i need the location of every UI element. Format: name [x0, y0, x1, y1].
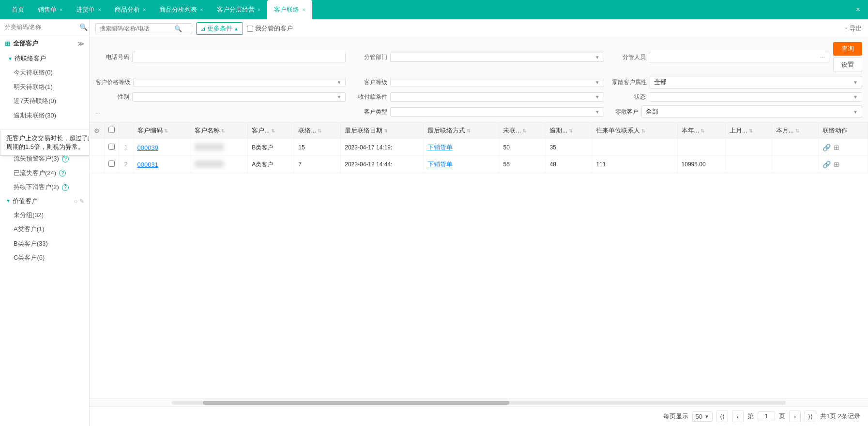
th-this-month[interactable]: 本月... ⇅ — [772, 122, 818, 139]
customer-level-select[interactable]: ▼ — [390, 78, 604, 87]
th-last-contact-date[interactable]: 最后联络日期 ⇅ — [341, 122, 423, 139]
nav-purchase-order[interactable]: 进货单 × — [69, 0, 107, 19]
select-all-checkbox[interactable] — [108, 127, 115, 133]
th-customer-name[interactable]: 客户名称 ⇅ — [190, 122, 247, 139]
nav-product-analysis[interactable]: 商品分析 × — [108, 0, 152, 19]
last-page-button[interactable]: ⟩⟩ — [805, 411, 816, 422]
sidebar-item-churned[interactable]: 已流失客户(24) ? — [0, 166, 89, 180]
row1-actions: 🔗 ⊞ — [818, 139, 868, 156]
prev-page-button[interactable]: ‹ — [732, 411, 744, 422]
status-select[interactable]: ▼ — [649, 92, 862, 102]
export-button[interactable]: ↑ 导出 — [845, 24, 863, 33]
sidebar-search-input[interactable] — [5, 24, 77, 30]
chevron-down-icon-7: ▼ — [853, 94, 858, 100]
row2-link-icon[interactable]: 🔗 — [822, 161, 831, 168]
chevron-down-icon-8: ▼ — [595, 109, 600, 115]
page-number-input[interactable] — [758, 411, 775, 421]
nav-product-analysis-list[interactable]: 商品分析列表 × — [152, 0, 210, 19]
sidebar-item-overdue-contact[interactable]: 逾期未联络(30) — [0, 108, 89, 123]
table-settings-icon[interactable]: ⚙ — [94, 127, 100, 134]
th-un-contacted[interactable]: 未联... ⇅ — [499, 122, 546, 139]
sidebar-group-pending-contact[interactable]: ▼ 待联络客户 — [0, 52, 89, 65]
sort-icon-method: ⇅ — [467, 128, 471, 133]
th-contacts[interactable]: 往来单位联系人 ⇅ — [592, 122, 677, 139]
my-customer-checkbox[interactable] — [247, 26, 253, 32]
retail-customer-select[interactable]: 全部 ▼ — [641, 105, 862, 118]
info-icon-churned[interactable]: ? — [59, 170, 66, 176]
retail-attr-label: 零散客户属性 — [612, 78, 647, 87]
more-conditions-button[interactable]: ⊿ 更多条件 ▲ — [196, 22, 243, 35]
sidebar-item-b-class[interactable]: B类客户(33) — [0, 236, 89, 251]
price-level-select[interactable]: ▼ — [133, 78, 346, 87]
nav-close-product-analysis-list[interactable]: × — [200, 0, 203, 19]
nav-home[interactable]: 首页 — [5, 0, 31, 19]
sidebar-item-tomorrow-contact[interactable]: 明天待联络(1) — [0, 80, 89, 94]
branch-dept-select[interactable]: ▼ — [390, 53, 604, 62]
th-last-contact-method[interactable]: 最后联络方式 ⇅ — [423, 122, 499, 139]
phone-input[interactable] — [132, 52, 346, 62]
gender-label: 性别 — [95, 93, 129, 101]
circle-icon[interactable]: ○ — [74, 198, 77, 205]
payment-select[interactable]: ▼ — [390, 92, 604, 102]
row2-contact-count: 7 — [294, 156, 341, 173]
all-customers-header[interactable]: ⊞ 全部客户 ≫ — [0, 35, 89, 52]
nav-close-sales-order[interactable]: × — [60, 0, 62, 19]
info-icon-declining[interactable]: ? — [62, 184, 69, 191]
row2-contacts: 111 — [592, 156, 677, 173]
th-customer-type[interactable]: 客户... ⇅ — [248, 122, 294, 139]
sidebar-item-ungrouped[interactable]: 未分组(32) — [0, 208, 89, 222]
ellipsis-icon[interactable]: ··· — [820, 54, 825, 60]
settings-button[interactable]: 设置 — [833, 58, 862, 72]
row1-code[interactable]: 000039 — [133, 139, 190, 156]
th-customer-code[interactable]: 客户编码 ⇅ — [133, 122, 190, 139]
first-page-button[interactable]: ⟨⟨ — [716, 411, 728, 422]
sidebar-value-group[interactable]: ▼ 价值客户 ○ ✎ — [0, 194, 89, 208]
th-this-year[interactable]: 本年... ⇅ — [677, 122, 725, 139]
search-input[interactable] — [100, 25, 172, 32]
page-size-select[interactable]: 50 ▼ — [692, 411, 713, 422]
row2-checkbox[interactable] — [108, 161, 115, 167]
customer-type-label: 客户类型 — [353, 108, 387, 116]
search-icon[interactable]: 🔍 — [174, 25, 182, 32]
nav-close-purchase-order[interactable]: × — [98, 0, 101, 19]
info-icon-churn-warning[interactable]: ? — [62, 156, 69, 162]
sidebar-item-declining[interactable]: 持续下滑客户(2) ? — [0, 180, 89, 194]
sidebar-item-7days-contact[interactable]: 近7天待联络(0) — [0, 94, 89, 108]
search-wrap: 🔍 — [95, 23, 192, 34]
row1-checkbox[interactable] — [108, 144, 115, 150]
th-contact-count[interactable]: 联络... ⇅ — [294, 122, 341, 139]
gender-select[interactable]: ▼ — [132, 92, 346, 102]
export-icon: ↑ — [845, 25, 848, 32]
branch-person-select[interactable]: ··· — [649, 52, 829, 62]
nav-close-customer-contact[interactable]: × — [302, 0, 305, 19]
more-dots-label[interactable]: ... — [95, 108, 100, 115]
collapse-sidebar-icon[interactable]: ≫ — [77, 40, 84, 47]
horizontal-scroll-bar[interactable] — [90, 398, 868, 406]
th-overdue[interactable]: 逾期... ⇅ — [546, 122, 592, 139]
nav-close-product-analysis[interactable]: × — [143, 0, 146, 19]
sidebar-item-today-contact[interactable]: 今天待联络(0) — [0, 65, 89, 80]
customer-type-select[interactable]: ▼ — [390, 107, 604, 117]
sidebar-search-icon[interactable]: 🔍 — [79, 23, 88, 31]
nav-customer-contact[interactable]: 客户联络 × — [267, 0, 312, 19]
window-close-button[interactable]: × — [856, 5, 860, 14]
row1-link-icon[interactable]: 🔗 — [822, 144, 831, 151]
sidebar-item-a-class[interactable]: A类客户(1) — [0, 222, 89, 236]
total-records-label: 共1页 2条记录 — [820, 412, 860, 421]
filter-row-retail-customer: 零散客户 全部 ▼ — [612, 105, 862, 118]
status-label: 状态 — [612, 93, 646, 101]
query-button[interactable]: 查询 — [833, 42, 862, 56]
nav-sales-order[interactable]: 销售单 × — [31, 0, 69, 19]
next-page-button[interactable]: › — [789, 411, 801, 422]
row2-grid-icon[interactable]: ⊞ — [834, 161, 839, 168]
row1-grid-icon[interactable]: ⊞ — [834, 144, 839, 151]
edit-icon[interactable]: ✎ — [79, 198, 84, 205]
th-last-month[interactable]: 上月... ⇅ — [725, 122, 772, 139]
sidebar-item-c-class[interactable]: C类客户(6) — [0, 250, 89, 265]
nav-customer-segmentation[interactable]: 客户分层经营 × — [210, 0, 267, 19]
sidebar: 🔍 ⊞ 全部客户 ≫ ▼ 待联络客户 今天待联络(0) 明天待联络(1) 近7天… — [0, 19, 90, 426]
my-customer-checkbox-wrap[interactable]: 我分管的客户 — [247, 24, 293, 33]
retail-attr-select[interactable]: 全部 ▼ — [650, 76, 862, 88]
nav-close-customer-segmentation[interactable]: × — [258, 0, 260, 19]
row2-code[interactable]: 000031 — [133, 156, 190, 173]
